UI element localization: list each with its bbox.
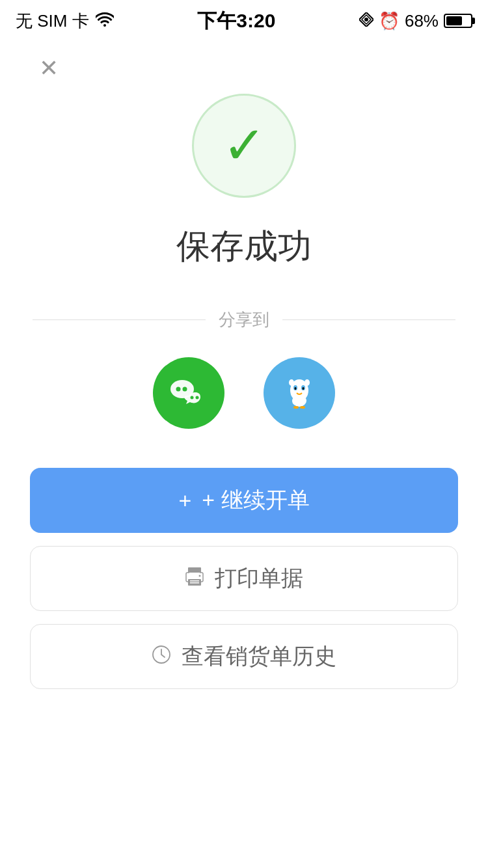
battery-percent: 68%: [405, 11, 439, 31]
share-divider: 分享到: [0, 308, 488, 331]
wechat-share-button[interactable]: [153, 357, 224, 429]
view-history-button[interactable]: 查看销货单历史: [30, 624, 458, 689]
view-history-label: 查看销货单历史: [182, 642, 336, 671]
share-section: 分享到: [0, 308, 488, 429]
svg-point-10: [303, 387, 305, 390]
share-label: 分享到: [206, 308, 282, 331]
print-receipt-button[interactable]: 打印单据: [30, 546, 458, 611]
qq-icon: [281, 375, 318, 411]
status-bar: 无 SIM 卡 下午3:20 ⏰ 68%: [0, 0, 488, 42]
alarm-icon: ⏰: [379, 11, 400, 31]
status-time: 下午3:20: [197, 8, 275, 34]
svg-rect-21: [190, 582, 199, 584]
wechat-icon: [168, 372, 210, 414]
close-icon: ✕: [39, 57, 59, 80]
success-title: 保存成功: [176, 224, 312, 269]
svg-point-22: [198, 575, 201, 577]
continue-order-button[interactable]: + + 继续开单: [30, 468, 458, 533]
share-icons-row: [153, 357, 335, 429]
continue-order-label: + 继续开单: [202, 485, 309, 515]
status-left: 无 SIM 卡: [16, 10, 114, 33]
svg-point-0: [364, 18, 368, 21]
divider-line-left: [33, 319, 206, 320]
svg-point-3: [183, 387, 187, 392]
svg-point-13: [300, 406, 305, 409]
svg-point-4: [191, 396, 194, 400]
checkmark-icon: ✓: [223, 120, 266, 172]
svg-point-5: [196, 396, 199, 400]
location-icon: [359, 11, 373, 31]
svg-point-2: [176, 387, 181, 392]
svg-point-12: [293, 406, 299, 409]
main-content: ✓ 保存成功 分享到: [0, 42, 488, 689]
wifi-icon: [96, 11, 114, 31]
svg-rect-20: [190, 580, 199, 582]
divider-line-right: [282, 319, 455, 320]
print-receipt-label: 打印单据: [215, 563, 303, 593]
sim-text: 无 SIM 卡: [16, 10, 89, 33]
action-buttons: + + 继续开单 打印单据: [0, 468, 488, 689]
printer-icon: [185, 567, 204, 590]
status-right: ⏰ 68%: [359, 11, 472, 31]
svg-point-11: [292, 395, 306, 407]
battery-icon-container: [444, 14, 472, 28]
svg-rect-18: [189, 573, 200, 575]
close-button[interactable]: ✕: [33, 52, 65, 85]
plus-icon: +: [178, 488, 191, 513]
success-icon-circle: ✓: [192, 94, 296, 198]
qq-share-button[interactable]: [264, 357, 335, 429]
svg-point-15: [305, 379, 310, 386]
svg-rect-16: [188, 567, 201, 573]
svg-point-14: [289, 379, 294, 386]
clock-icon: [152, 645, 171, 669]
svg-point-9: [295, 387, 297, 390]
